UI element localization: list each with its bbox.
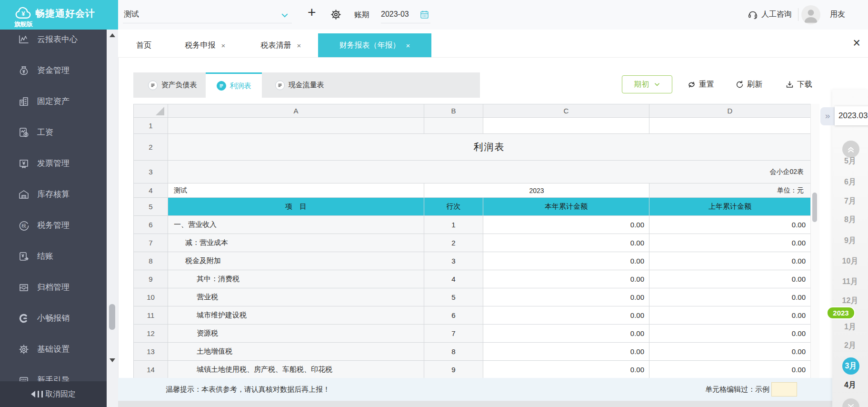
scroll-to-top-button[interactable] bbox=[842, 141, 859, 158]
account-select[interactable]: 测试 bbox=[123, 7, 292, 23]
grid-scrollbar[interactable] bbox=[810, 104, 819, 378]
report-tab-balance-sheet[interactable]: 资产负债表 bbox=[139, 72, 206, 98]
row-header[interactable]: 6 bbox=[134, 216, 168, 234]
month-item[interactable]: 2月 bbox=[832, 340, 868, 351]
line-cell[interactable]: 7 bbox=[424, 325, 483, 343]
calendar-icon[interactable] bbox=[419, 10, 429, 20]
tab-home[interactable]: 首页 bbox=[122, 33, 166, 57]
current-amount-cell[interactable]: 0.00 bbox=[483, 252, 649, 270]
item-cell[interactable]: 城镇土地使用税、房产税、车船税、印花税 bbox=[168, 361, 424, 379]
rail-collapse-tab[interactable]: » bbox=[820, 107, 835, 125]
current-amount-cell[interactable]: 0.00 bbox=[483, 288, 649, 306]
line-cell[interactable]: 6 bbox=[424, 306, 483, 325]
item-cell[interactable]: 减：营业成本 bbox=[168, 234, 424, 252]
current-amount-cell[interactable]: 0.00 bbox=[483, 325, 649, 343]
sidebar-item-cloud-reports[interactable]: 云报表中心 bbox=[0, 30, 107, 55]
tab-financial-reports[interactable]: 财务报表（年报） × bbox=[318, 33, 431, 57]
row-header[interactable]: 10 bbox=[134, 288, 168, 306]
column-header[interactable]: D bbox=[649, 104, 811, 118]
current-amount-cell[interactable]: 0.00 bbox=[483, 270, 649, 288]
item-cell[interactable]: 税金及附加 bbox=[168, 252, 424, 270]
line-cell[interactable]: 1 bbox=[424, 216, 483, 234]
item-cell[interactable]: 营业税 bbox=[168, 288, 424, 306]
year-cell[interactable]: 2023 bbox=[424, 183, 649, 198]
row-header[interactable]: 9 bbox=[134, 270, 168, 288]
unit-cell[interactable]: 单位：元 bbox=[649, 183, 811, 198]
close-icon[interactable]: × bbox=[406, 41, 410, 50]
sidebar-scrollbar[interactable] bbox=[107, 30, 119, 407]
scroll-down-arrow-icon[interactable] bbox=[110, 358, 115, 362]
month-item[interactable]: 10月 bbox=[832, 256, 868, 266]
sidebar-item-reimburse[interactable]: 小畅报销 bbox=[0, 303, 107, 334]
user-name[interactable]: 用友 bbox=[830, 10, 845, 20]
current-amount-cell[interactable]: 0.00 bbox=[483, 234, 649, 252]
item-cell[interactable]: 土地增值税 bbox=[168, 343, 424, 361]
tab-tax-filing[interactable]: 税务申报 × bbox=[171, 33, 239, 57]
column-header[interactable]: C bbox=[483, 104, 649, 118]
company-cell[interactable]: 测试 bbox=[168, 183, 424, 198]
add-account-button[interactable]: + bbox=[308, 4, 316, 20]
row-header[interactable]: 3 bbox=[134, 161, 168, 183]
row-header[interactable]: 1 bbox=[134, 118, 168, 134]
row-header[interactable]: 4 bbox=[134, 183, 168, 198]
sidebar-item-tax[interactable]: 税 税务管理 bbox=[0, 210, 107, 241]
row-header[interactable]: 11 bbox=[134, 306, 168, 325]
column-header[interactable]: A bbox=[168, 104, 424, 118]
row-header[interactable]: 2 bbox=[134, 134, 168, 161]
sidebar-item-invoices[interactable]: 发票管理 bbox=[0, 148, 107, 179]
empty-cell[interactable] bbox=[649, 118, 811, 134]
month-item[interactable]: 1月 bbox=[832, 322, 868, 332]
sidebar-item-closing[interactable]: 结账 bbox=[0, 241, 107, 272]
row-header[interactable]: 12 bbox=[134, 325, 168, 343]
previous-amount-cell[interactable]: 0.00 bbox=[649, 361, 811, 379]
scroll-down-button[interactable] bbox=[842, 398, 859, 407]
sidebar-item-fixed-assets[interactable]: 固定资产 bbox=[0, 86, 107, 117]
sidebar-item-funds[interactable]: 资金管理 bbox=[0, 55, 107, 86]
download-button[interactable]: 下载 bbox=[785, 78, 812, 91]
tab-tax-register[interactable]: 税表清册 × bbox=[248, 33, 314, 57]
item-cell[interactable]: 资源税 bbox=[168, 325, 424, 343]
period-picker[interactable]: 2023-03 bbox=[381, 7, 430, 23]
sidebar-item-archive[interactable]: 归档管理 bbox=[0, 272, 107, 303]
row-header[interactable]: 13 bbox=[134, 343, 168, 361]
row-header[interactable]: 7 bbox=[134, 234, 168, 252]
opening-period-button[interactable]: 期初 bbox=[622, 75, 672, 93]
line-cell[interactable]: 3 bbox=[424, 252, 483, 270]
close-icon[interactable]: × bbox=[853, 33, 860, 52]
avatar[interactable] bbox=[801, 5, 820, 24]
sidebar-scrollbar-thumb[interactable] bbox=[109, 304, 115, 330]
item-cell[interactable]: 其中：消费税 bbox=[168, 270, 424, 288]
current-amount-cell[interactable]: 0.00 bbox=[483, 343, 649, 361]
line-cell[interactable]: 9 bbox=[424, 361, 483, 379]
previous-amount-cell[interactable]: 0.00 bbox=[649, 325, 811, 343]
sidebar-item-settings[interactable]: 基础设置 bbox=[0, 334, 107, 365]
month-item[interactable]: 5月 bbox=[832, 156, 868, 166]
item-cell[interactable]: 一、营业收入 bbox=[168, 216, 424, 234]
close-icon[interactable]: × bbox=[297, 41, 301, 50]
row-header[interactable]: 8 bbox=[134, 252, 168, 270]
refresh-button[interactable]: 刷新 bbox=[735, 78, 762, 91]
close-icon[interactable]: × bbox=[221, 41, 226, 50]
report-tab-income-statement[interactable]: 利润表 bbox=[206, 72, 262, 98]
current-amount-cell[interactable]: 0.00 bbox=[483, 216, 649, 234]
previous-amount-cell[interactable]: 0.00 bbox=[649, 252, 811, 270]
previous-amount-cell[interactable]: 0.00 bbox=[649, 306, 811, 325]
form-code[interactable]: 会小企02表 bbox=[168, 161, 811, 183]
current-amount-cell[interactable]: 0.00 bbox=[483, 306, 649, 325]
previous-amount-cell[interactable]: 0.00 bbox=[649, 216, 811, 234]
line-cell[interactable]: 4 bbox=[424, 270, 483, 288]
empty-cell[interactable] bbox=[424, 118, 483, 134]
report-title[interactable]: 利润表 bbox=[168, 134, 811, 161]
grid-scrollbar-thumb[interactable] bbox=[812, 193, 817, 222]
month-item[interactable]: 9月 bbox=[832, 235, 868, 246]
empty-cell[interactable] bbox=[168, 118, 424, 134]
grid-corner-cell[interactable] bbox=[134, 104, 168, 118]
scroll-up-arrow-icon[interactable] bbox=[110, 33, 115, 37]
empty-cell[interactable] bbox=[483, 118, 649, 134]
unpin-sidebar-button[interactable]: 取消固定 bbox=[0, 381, 107, 407]
reset-button[interactable]: 重置 bbox=[687, 78, 714, 91]
month-item[interactable]: 11月 bbox=[832, 276, 868, 287]
previous-amount-cell[interactable]: 0.00 bbox=[649, 288, 811, 306]
month-item[interactable]: 7月 bbox=[832, 196, 868, 206]
sidebar-item-inventory[interactable]: 库存核算 bbox=[0, 179, 107, 210]
